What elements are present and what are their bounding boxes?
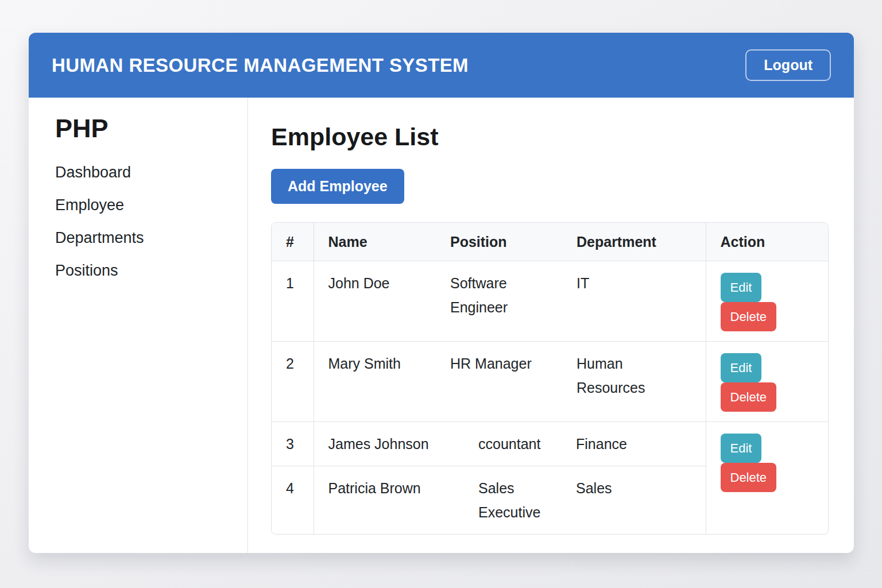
employee-name: Mary Smith bbox=[314, 342, 436, 422]
top-navbar: HUMAN RESOURCE MANAGEMENT SYSTEM Logout bbox=[29, 33, 854, 98]
employee-name: John Doe bbox=[314, 261, 436, 342]
sidebar-item-positions[interactable]: Positions bbox=[55, 261, 236, 280]
employee-department: Sales bbox=[562, 466, 706, 535]
column-header-num: # bbox=[272, 223, 314, 261]
app-window: HUMAN RESOURCE MANAGEMENT SYSTEM Logout … bbox=[29, 33, 854, 553]
delete-button[interactable]: Delete bbox=[721, 382, 777, 412]
edit-button[interactable]: Edit bbox=[721, 434, 762, 463]
employee-department: IT bbox=[562, 261, 706, 342]
table-header-row: # Name Position Department Action bbox=[272, 223, 828, 261]
action-cell: Edit Delete bbox=[706, 261, 828, 342]
sidebar-item-employee[interactable]: Employee bbox=[55, 196, 236, 215]
column-header-action: Action bbox=[706, 223, 828, 261]
sidebar-item-dashboard[interactable]: Dashboard bbox=[55, 163, 236, 182]
row-number: 2 bbox=[272, 342, 314, 422]
column-header-name: Name bbox=[314, 223, 436, 261]
delete-button[interactable]: Delete bbox=[721, 463, 777, 492]
row-number: 4 bbox=[272, 466, 314, 535]
row-number: 3 bbox=[272, 422, 314, 466]
employee-department: Finance bbox=[562, 422, 706, 466]
edit-button[interactable]: Edit bbox=[721, 273, 762, 302]
employee-position: Sales Executive bbox=[464, 466, 562, 535]
employee-position: ccountant bbox=[464, 422, 562, 466]
employee-name: Patricia Brown bbox=[314, 466, 464, 535]
column-header-position: Position bbox=[436, 223, 562, 261]
table-row: 3 James Johnson ccountant Finance Edit D… bbox=[272, 422, 828, 466]
employee-department: Human Resources bbox=[562, 342, 706, 422]
page-title: Employee List bbox=[271, 122, 829, 152]
employee-position: Software Engineer bbox=[436, 261, 562, 342]
logout-button[interactable]: Logout bbox=[745, 49, 831, 81]
employee-name: James Johnson bbox=[314, 422, 464, 466]
add-employee-button[interactable]: Add Employee bbox=[271, 169, 404, 204]
employee-table: # Name Position Department Action 1 John… bbox=[271, 222, 829, 535]
content-area: PHP Dashboard Employee Departments Posit… bbox=[29, 98, 854, 553]
edit-button[interactable]: Edit bbox=[721, 353, 762, 382]
employee-table-upper: # Name Position Department Action 1 John… bbox=[272, 223, 828, 421]
column-header-department: Department bbox=[562, 223, 706, 261]
app-title: HUMAN RESOURCE MANAGEMENT SYSTEM bbox=[52, 55, 469, 76]
main-panel: Employee List Add Employee # Name Positi… bbox=[248, 98, 854, 553]
action-cell: Edit Delete bbox=[706, 342, 828, 422]
employee-table-lower: 3 James Johnson ccountant Finance Edit D… bbox=[272, 421, 828, 534]
table-row: 1 John Doe Software Engineer IT Edit Del… bbox=[272, 261, 828, 342]
delete-button[interactable]: Delete bbox=[721, 302, 777, 331]
row-number: 1 bbox=[272, 261, 314, 342]
sidebar: PHP Dashboard Employee Departments Posit… bbox=[29, 98, 248, 553]
action-cell: Edit Delete bbox=[706, 422, 828, 535]
sidebar-brand: PHP bbox=[55, 114, 236, 144]
employee-position: HR Manager bbox=[436, 342, 562, 422]
sidebar-item-departments[interactable]: Departments bbox=[55, 229, 236, 247]
table-row: 2 Mary Smith HR Manager Human Resources … bbox=[272, 342, 828, 422]
